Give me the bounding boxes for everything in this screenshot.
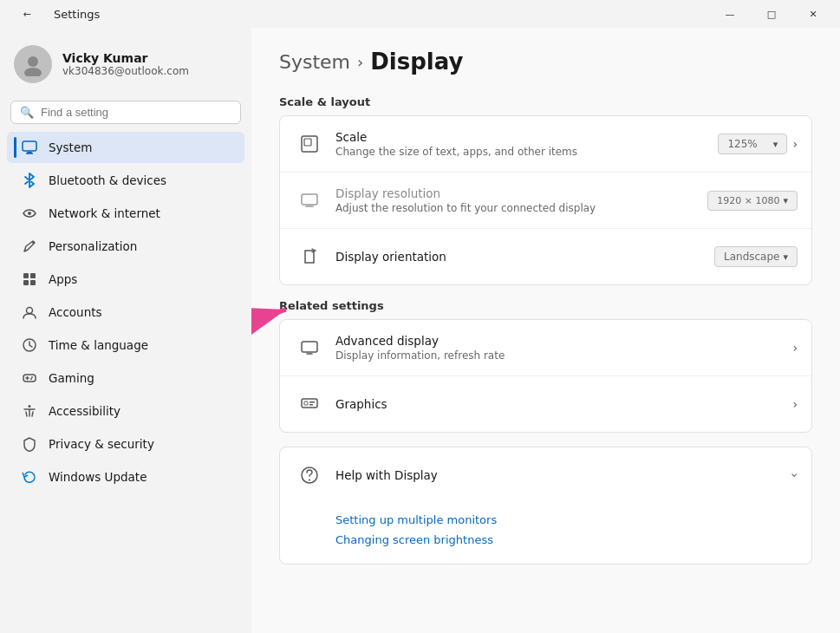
nav-apps[interactable]: Apps bbox=[7, 264, 244, 295]
accounts-label: Accounts bbox=[49, 305, 102, 319]
scale-subtitle: Change the size of text, apps, and other… bbox=[335, 146, 718, 158]
nav-accounts[interactable]: Accounts bbox=[7, 297, 244, 328]
chevron-down-icon: ▾ bbox=[773, 139, 778, 150]
related-settings-label: Related settings bbox=[279, 299, 812, 312]
scale-title: Scale bbox=[335, 130, 718, 144]
privacy-label: Privacy & security bbox=[49, 437, 154, 451]
titlebar: ← Settings — □ ✕ bbox=[0, 0, 840, 28]
chevron-down-icon: ▾ bbox=[783, 251, 788, 263]
nav-personalization[interactable]: Personalization bbox=[7, 231, 244, 262]
orientation-control[interactable]: Landscape ▾ bbox=[714, 246, 798, 267]
svg-rect-13 bbox=[23, 375, 36, 382]
user-section[interactable]: Vicky Kumar vk304836@outlook.com bbox=[0, 35, 251, 97]
help-link-brightness[interactable]: Changing screen brightness bbox=[335, 530, 798, 550]
accessibility-label: Accessibility bbox=[49, 404, 120, 418]
svg-rect-8 bbox=[30, 273, 36, 278]
help-link-multiple-monitors[interactable]: Setting up multiple monitors bbox=[335, 510, 798, 530]
svg-point-6 bbox=[32, 241, 35, 244]
help-section: Help with Display › Setting up multiple … bbox=[279, 447, 812, 564]
breadcrumb-separator: › bbox=[357, 53, 363, 71]
network-icon bbox=[21, 205, 38, 222]
chevron-right-icon: › bbox=[792, 137, 798, 151]
svg-point-0 bbox=[28, 56, 38, 67]
graphics-text: Graphics bbox=[335, 397, 792, 411]
related-card: Advanced display Display information, re… bbox=[279, 319, 812, 433]
user-name: Vicky Kumar bbox=[62, 51, 189, 65]
time-label: Time & language bbox=[49, 338, 148, 352]
svg-point-18 bbox=[29, 405, 31, 408]
svg-rect-10 bbox=[30, 280, 36, 285]
scale-row[interactable]: Scale Change the size of text, apps, and… bbox=[280, 116, 811, 173]
user-email: vk304836@outlook.com bbox=[62, 65, 189, 77]
resolution-icon bbox=[294, 185, 325, 216]
system-label: System bbox=[49, 140, 92, 154]
scale-text: Scale Change the size of text, apps, and… bbox=[335, 130, 718, 158]
resolution-control[interactable]: 1920 × 1080 ▾ bbox=[707, 191, 798, 211]
app-title: Settings bbox=[54, 8, 100, 21]
svg-rect-9 bbox=[23, 280, 29, 285]
help-chevron-icon: › bbox=[788, 473, 802, 478]
sidebar: Vicky Kumar vk304836@outlook.com 🔍 Syste… bbox=[0, 28, 251, 633]
nav-network[interactable]: Network & internet bbox=[7, 198, 244, 229]
orientation-icon bbox=[294, 241, 325, 272]
system-icon bbox=[21, 139, 38, 156]
orientation-text: Display orientation bbox=[335, 250, 714, 264]
nav-privacy[interactable]: Privacy & security bbox=[7, 428, 244, 460]
svg-point-31 bbox=[309, 480, 310, 481]
graphics-title: Graphics bbox=[335, 397, 792, 411]
network-label: Network & internet bbox=[49, 206, 160, 220]
resolution-text: Display resolution Adjust the resolution… bbox=[335, 186, 707, 214]
help-header[interactable]: Help with Display › bbox=[280, 447, 811, 503]
nav-gaming[interactable]: Gaming bbox=[7, 362, 244, 394]
help-title: Help with Display bbox=[335, 468, 792, 482]
nav-update[interactable]: Windows Update bbox=[7, 461, 244, 493]
svg-rect-2 bbox=[23, 141, 36, 151]
scale-dropdown[interactable]: 125% ▾ bbox=[718, 134, 787, 154]
search-box[interactable]: 🔍 bbox=[10, 101, 241, 124]
advanced-display-text: Advanced display Display information, re… bbox=[335, 334, 792, 362]
svg-point-17 bbox=[30, 378, 32, 380]
window-controls: — □ ✕ bbox=[710, 0, 833, 28]
maximize-button[interactable]: □ bbox=[752, 0, 791, 28]
svg-rect-22 bbox=[302, 194, 317, 205]
accessibility-icon bbox=[21, 402, 38, 420]
chevron-right-icon: › bbox=[792, 341, 798, 355]
resolution-dropdown[interactable]: 1920 × 1080 ▾ bbox=[707, 191, 798, 211]
svg-rect-29 bbox=[309, 404, 313, 406]
search-input[interactable] bbox=[41, 106, 231, 119]
gaming-label: Gaming bbox=[49, 371, 94, 385]
breadcrumb-system[interactable]: System bbox=[279, 51, 350, 73]
back-button[interactable]: ← bbox=[7, 0, 47, 28]
update-label: Windows Update bbox=[49, 470, 147, 484]
privacy-icon bbox=[21, 435, 38, 453]
advanced-display-subtitle: Display information, refresh rate bbox=[335, 349, 792, 362]
breadcrumb-current: Display bbox=[370, 49, 463, 75]
breadcrumb: System › Display bbox=[279, 49, 812, 75]
nav-time[interactable]: Time & language bbox=[7, 330, 244, 361]
help-text: Help with Display bbox=[335, 468, 792, 482]
graphics-row[interactable]: Graphics › bbox=[280, 376, 811, 432]
orientation-title: Display orientation bbox=[335, 250, 714, 264]
nav-system[interactable]: System bbox=[7, 132, 244, 163]
orientation-row[interactable]: Display orientation Landscape ▾ bbox=[280, 229, 811, 284]
graphics-icon bbox=[294, 388, 325, 420]
avatar bbox=[14, 45, 52, 83]
orientation-dropdown[interactable]: Landscape ▾ bbox=[714, 246, 798, 267]
personalization-label: Personalization bbox=[49, 239, 137, 253]
close-button[interactable]: ✕ bbox=[793, 0, 833, 28]
help-links: Setting up multiple monitors Changing sc… bbox=[280, 503, 811, 564]
resolution-subtitle: Adjust the resolution to fit your connec… bbox=[335, 202, 707, 214]
svg-point-1 bbox=[24, 68, 42, 76]
resolution-row[interactable]: Display resolution Adjust the resolution… bbox=[280, 173, 811, 229]
advanced-display-title: Advanced display bbox=[335, 334, 792, 348]
nav-accessibility[interactable]: Accessibility bbox=[7, 395, 244, 427]
nav-bluetooth[interactable]: Bluetooth & devices bbox=[7, 165, 244, 196]
bluetooth-icon bbox=[21, 172, 38, 189]
minimize-button[interactable]: — bbox=[710, 0, 750, 28]
gaming-icon bbox=[21, 369, 38, 387]
svg-rect-24 bbox=[302, 342, 317, 352]
scale-control[interactable]: 125% ▾ › bbox=[718, 134, 798, 154]
advanced-display-row[interactable]: Advanced display Display information, re… bbox=[280, 320, 811, 376]
apps-icon bbox=[21, 271, 38, 288]
chevron-down-icon: ▾ bbox=[783, 195, 788, 206]
